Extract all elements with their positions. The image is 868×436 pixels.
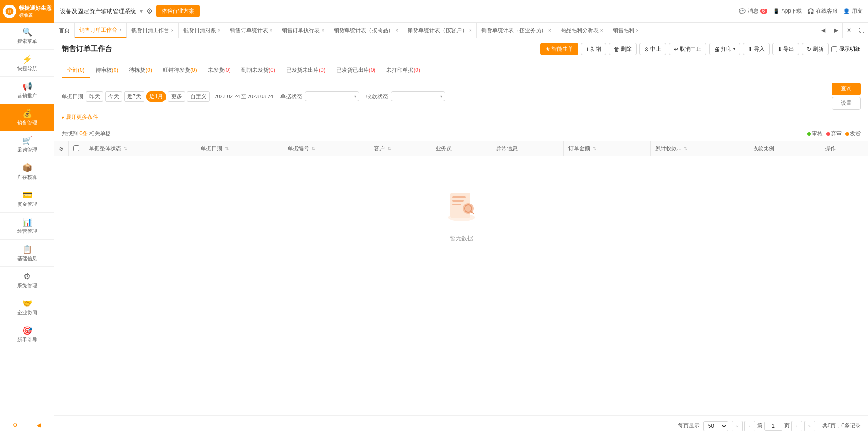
deliver-action-btn[interactable]: 发货: [845, 130, 861, 137]
collect-select[interactable]: [391, 91, 445, 101]
sidebar-item-企业协同[interactable]: 🤝企业协同: [0, 294, 54, 321]
sidebar-label-11: 新手引导: [17, 336, 37, 343]
user-btn[interactable]: 👤 用友: [843, 7, 863, 15]
settings-bottom-btn[interactable]: ⚙: [8, 418, 23, 432]
sort-icon-date[interactable]: ⇅: [225, 146, 229, 151]
sub-tab-count-3: (0): [190, 67, 197, 73]
page-first-btn[interactable]: «: [732, 421, 743, 431]
tab-8[interactable]: 销货单统计表（按业务员）×: [477, 23, 556, 38]
dropdown-arrow-icon[interactable]: ▾: [140, 8, 143, 14]
page-last-btn[interactable]: »: [804, 421, 815, 431]
tab-label-0: 首页: [59, 27, 70, 34]
status-select[interactable]: [305, 91, 359, 101]
sidebar-item-经营管理[interactable]: 📊经营管理: [0, 213, 54, 240]
date-btn-昨天[interactable]: 昨天: [86, 91, 103, 102]
sidebar-item-库存核算[interactable]: 📦库存核算: [0, 158, 54, 185]
date-btn-今天[interactable]: 今天: [105, 91, 122, 102]
delete-btn[interactable]: 🗑 删除: [609, 43, 637, 55]
sort-icon-number[interactable]: ⇅: [312, 146, 315, 151]
th-checkbox[interactable]: [69, 141, 84, 156]
tab-4[interactable]: 销售订单统计表×: [225, 23, 278, 38]
sort-icon-status[interactable]: ⇅: [124, 146, 127, 151]
tab-9[interactable]: 商品毛利分析表×: [556, 23, 608, 38]
sub-tab-3[interactable]: 旺铺待发货(0): [158, 64, 202, 78]
set-btn[interactable]: 设置: [832, 97, 861, 110]
tab-7[interactable]: 销货单统计表（按客户）×: [403, 23, 477, 38]
unaudit-action-btn[interactable]: 弃审: [826, 130, 842, 137]
message-btn[interactable]: 💬 消息 6: [739, 7, 767, 15]
sidebar-item-搜索菜单[interactable]: 🔍搜索菜单: [0, 23, 54, 50]
date-btn-自定义[interactable]: 自定义: [187, 91, 210, 102]
tab-close-5[interactable]: ×: [321, 28, 324, 33]
print-btn[interactable]: 🖨 打印 ▾: [709, 43, 740, 55]
tab-3[interactable]: 钱货日清对账×: [179, 23, 225, 38]
show-detail-checkbox[interactable]: 显示明细: [831, 45, 861, 53]
industry-btn[interactable]: 体验行业方案: [156, 5, 200, 17]
sub-tab-7[interactable]: 已发货已出库(0): [331, 64, 381, 78]
page-next-btn[interactable]: ›: [791, 421, 802, 431]
tab-close-4[interactable]: ×: [270, 28, 273, 33]
th-config[interactable]: ⚙: [54, 141, 69, 156]
sidebar-item-销售管理[interactable]: 💰销售管理: [0, 104, 54, 131]
sub-tab-6[interactable]: 已发货未出库(0): [281, 64, 331, 78]
gear-icon[interactable]: ⚙: [146, 7, 153, 15]
export-btn[interactable]: ⬇ 导出: [772, 43, 799, 55]
tab-close-10[interactable]: ×: [636, 28, 639, 33]
sidebar-item-快捷导航[interactable]: ⚡快捷导航: [0, 50, 54, 77]
tab-close-9[interactable]: ×: [600, 28, 603, 33]
tab-close-7[interactable]: ×: [469, 28, 472, 33]
tab-label-9: 商品毛利分析表: [561, 27, 599, 34]
tab-6[interactable]: 销货单统计表（按商品）×: [329, 23, 403, 38]
tab-2[interactable]: 钱货日清工作台×: [127, 23, 179, 38]
cancel-stop-btn[interactable]: ↩ 取消中止: [669, 43, 706, 55]
sub-tab-5[interactable]: 到期未发货(0): [236, 64, 281, 78]
table-actions-right: 审核 弃审 发货: [807, 130, 861, 137]
page-input[interactable]: [764, 422, 782, 431]
tab-next-btn[interactable]: ▶: [830, 23, 843, 38]
refresh-btn[interactable]: ↻ 刷新: [802, 43, 829, 55]
expand-btn[interactable]: ▾ 展开更多条件: [62, 114, 861, 121]
smart-btn[interactable]: ★ 智能生单: [540, 43, 578, 55]
date-btn-更多[interactable]: 更多: [168, 91, 185, 102]
page-size-select[interactable]: 50 10 20 100: [703, 421, 728, 431]
sub-tab-1[interactable]: 待审核(0): [90, 64, 124, 78]
online-service-btn[interactable]: 🎧 在线客服: [807, 7, 838, 15]
sort-icon-amount[interactable]: ⇅: [593, 146, 596, 151]
sidebar-item-基础信息[interactable]: 📋基础信息: [0, 240, 54, 267]
sidebar-item-采购管理[interactable]: 🛒采购管理: [0, 131, 54, 158]
tab-close-all-btn[interactable]: ✕: [843, 23, 855, 38]
sidebar-item-资金管理[interactable]: 💳资金管理: [0, 185, 54, 213]
audit-action-btn[interactable]: 审核: [807, 130, 823, 137]
page-prev-btn[interactable]: ‹: [744, 421, 755, 431]
tab-close-2[interactable]: ×: [171, 28, 174, 33]
sidebar-item-系统管理[interactable]: ⚙系统管理: [0, 267, 54, 294]
collapse-btn[interactable]: ◀: [31, 418, 46, 432]
sort-icon-collected[interactable]: ⇅: [684, 146, 687, 151]
tab-label-6: 销货单统计表（按商品）: [334, 27, 393, 34]
tab-maximize-btn[interactable]: ⛶: [855, 23, 868, 38]
tab-prev-btn[interactable]: ◀: [817, 23, 830, 38]
sub-tab-4[interactable]: 未发货(0): [202, 64, 236, 78]
query-btn[interactable]: 查询: [832, 83, 861, 95]
sidebar-item-营销推广[interactable]: 📢营销推广: [0, 77, 54, 104]
tab-close-8[interactable]: ×: [548, 28, 551, 33]
app-download-btn[interactable]: 📱 App下载: [773, 7, 802, 15]
tab-1[interactable]: 销售订单工作台×: [75, 23, 127, 38]
tab-close-3[interactable]: ×: [218, 28, 221, 33]
tab-10[interactable]: 销售毛利×: [608, 23, 644, 38]
sort-icon-customer[interactable]: ⇅: [388, 146, 391, 151]
tab-0[interactable]: 首页: [54, 23, 75, 38]
th-exception: 异常信息: [491, 141, 564, 156]
import-btn[interactable]: ⬆ 导入: [743, 43, 770, 55]
tab-close-1[interactable]: ×: [119, 28, 122, 33]
add-btn[interactable]: + 新增: [581, 43, 606, 55]
stop-btn[interactable]: ⊘ 中止: [639, 43, 666, 55]
sub-tab-2[interactable]: 待拣货(0): [124, 64, 158, 78]
date-btn-近1月[interactable]: 近1月: [146, 91, 167, 102]
date-btn-近7天[interactable]: 近7天: [124, 91, 144, 102]
tab-close-6[interactable]: ×: [395, 28, 398, 33]
sub-tab-0[interactable]: 全部(0): [62, 64, 90, 78]
sidebar-item-新手引导[interactable]: 🎯新手引导: [0, 321, 54, 348]
tab-5[interactable]: 销售订单执行表×: [277, 23, 329, 38]
sub-tab-8[interactable]: 未打印单据(0): [381, 64, 426, 78]
